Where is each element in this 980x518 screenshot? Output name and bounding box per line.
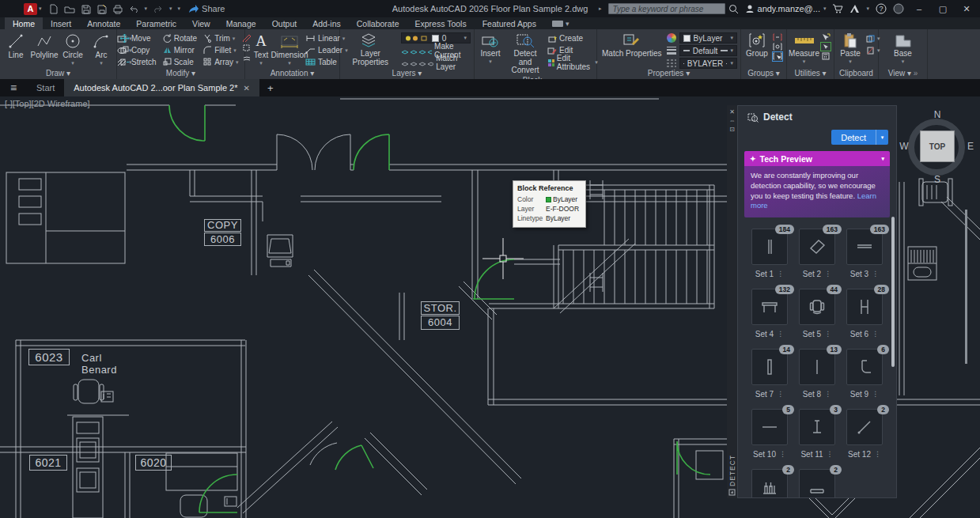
set-card-diagonal-line-icon[interactable]: 2 — [846, 409, 883, 445]
measure-button[interactable]: Measure▾ — [790, 32, 818, 65]
new-file-icon[interactable] — [48, 4, 59, 14]
set-card-horizontal-line-icon[interactable]: 5 — [751, 409, 788, 445]
set-card-chair-icon[interactable]: 44 — [799, 289, 835, 325]
tech-preview-collapse-icon[interactable]: ▾ — [881, 156, 884, 162]
layer-properties-button[interactable]: Layer Properties — [343, 32, 398, 67]
set-card-vertical-rectangle-icon[interactable]: 14 — [751, 349, 788, 385]
set-options-kebab-icon[interactable]: ⋮ — [824, 270, 831, 278]
set-card-double-horizontal-line-icon[interactable]: 163 — [846, 229, 883, 265]
undo-icon[interactable] — [128, 4, 139, 13]
base-button[interactable]: Base▾ — [891, 32, 916, 65]
viewcube[interactable]: N W E S TOP — [906, 111, 968, 188]
ribbon-tab-express-tools[interactable]: Express Tools — [407, 17, 474, 29]
help-icon[interactable]: ? — [876, 3, 887, 14]
dimension-button[interactable]: Dimension▾ — [277, 32, 302, 66]
line-button[interactable]: Line — [3, 32, 28, 61]
group-button[interactable]: Group — [744, 32, 770, 59]
set-options-kebab-icon[interactable]: ⋮ — [872, 330, 879, 338]
set-options-kebab-icon[interactable]: ⋮ — [777, 270, 784, 278]
cut-clip-icon[interactable]: ▾ — [866, 45, 880, 55]
panel-utilities-label[interactable]: Utilities ▾ — [787, 69, 834, 79]
set-card-rotated-rectangle-icon[interactable]: 163 — [799, 229, 835, 265]
polyline-button[interactable]: Polyline — [32, 32, 57, 61]
set-options-kebab-icon[interactable]: ⋮ — [872, 390, 879, 398]
save-as-icon[interactable] — [96, 4, 107, 14]
plot-icon[interactable] — [112, 4, 123, 14]
redo-icon[interactable] — [153, 4, 164, 13]
object-color-dropdown[interactable]: ByLayer▾ — [679, 32, 737, 43]
set-card-i-beam-icon[interactable]: 3 — [799, 409, 835, 445]
set-card-vertical-line-icon[interactable]: 13 — [799, 349, 835, 385]
panel-groups-label[interactable]: Groups ▾ — [741, 69, 786, 79]
array-button[interactable]: Array▾ — [203, 57, 238, 67]
workspace-switch-button[interactable]: ▾ — [552, 17, 569, 29]
ribbon-tab-insert[interactable]: Insert — [43, 17, 79, 29]
set-options-kebab-icon[interactable]: ⋮ — [874, 450, 881, 458]
quick-calc-icon[interactable] — [821, 43, 831, 51]
rotate-button[interactable]: Rotate — [163, 33, 197, 43]
lineweight-dropdown[interactable]: Default▾ — [679, 45, 737, 56]
search-input[interactable] — [608, 3, 725, 14]
close-button[interactable]: ✕ — [958, 4, 975, 14]
create-block-button[interactable]: Create — [547, 33, 598, 43]
group-edit-icon[interactable] — [773, 43, 782, 51]
palette-side-tab[interactable]: DETECT — [728, 455, 736, 496]
viewcube-top-face[interactable]: TOP — [920, 130, 955, 162]
set-card-low-bar-icon[interactable]: 2 — [799, 469, 835, 498]
restore-button[interactable]: ▢ — [934, 4, 952, 14]
cart-icon[interactable] — [832, 4, 843, 13]
new-tab-button[interactable]: + — [259, 79, 282, 96]
set-options-kebab-icon[interactable]: ⋮ — [777, 330, 784, 338]
set-card-hatch-detail-icon[interactable]: 2 — [751, 469, 788, 498]
set-options-kebab-icon[interactable]: ⋮ — [777, 390, 784, 398]
move-button[interactable]: Move — [120, 33, 157, 43]
set-options-kebab-icon[interactable]: ⋮ — [779, 450, 786, 458]
user-account-menu[interactable]: andy.manze@... ▾ — [745, 4, 827, 13]
autodesk-caret-icon[interactable]: ▾ — [866, 6, 869, 12]
insert-button[interactable]: Insert▾ — [478, 32, 503, 65]
tab-close-icon[interactable]: ✕ — [244, 84, 250, 93]
detect-and-convert-button[interactable]: Detect and Convert — [506, 32, 544, 76]
set-options-kebab-icon[interactable]: ⋮ — [824, 330, 831, 338]
ribbon-tab-parametric[interactable]: Parametric — [128, 17, 184, 29]
fillet-button[interactable]: Fillet▾ — [203, 45, 238, 55]
copy-button[interactable]: Copy — [120, 45, 157, 55]
autocad-logo[interactable]: A — [24, 3, 37, 15]
tab-active-drawing[interactable]: Autodesk AutoCAD 2...oor Plan Sample 2* … — [64, 79, 259, 96]
ribbon-tab-add-ins[interactable]: Add-ins — [305, 17, 349, 29]
set-options-kebab-icon[interactable]: ⋮ — [824, 390, 831, 398]
logo-caret-icon[interactable]: ▾ — [39, 6, 42, 12]
detect-button-dropdown[interactable]: ▾ — [876, 130, 888, 145]
redo-caret-icon[interactable]: ▾ — [169, 6, 172, 12]
edit-attributes-button[interactable]: Edit Attributes▾ — [547, 57, 598, 67]
panel-layers-label[interactable]: Layers ▾ — [340, 69, 474, 79]
ribbon-tab-annotate[interactable]: Annotate — [79, 17, 128, 29]
set-options-kebab-icon[interactable]: ⋮ — [827, 450, 834, 458]
text-button[interactable]: A Text▾ — [248, 32, 274, 66]
set-options-kebab-icon[interactable]: ⋮ — [872, 270, 879, 278]
panel-modify-label[interactable]: Modify ▾ — [117, 69, 244, 79]
compass-east[interactable]: E — [965, 141, 976, 152]
ribbon-tab-output[interactable]: Output — [264, 17, 305, 29]
palette-properties-icon[interactable]: ⊡ — [729, 125, 735, 134]
search-collapse-icon[interactable]: ▸ — [599, 6, 602, 12]
calculator-icon[interactable] — [821, 52, 831, 60]
circle-button[interactable]: Circle▾ — [60, 32, 85, 66]
set-card-desk-icon[interactable]: 132 — [751, 289, 788, 325]
share-button[interactable]: Share — [188, 4, 225, 13]
qat-customize-caret-icon[interactable]: ▾ — [178, 6, 181, 12]
palette-autohide-icon[interactable]: ⇔ — [729, 116, 736, 125]
ribbon-tab-manage[interactable]: Manage — [218, 17, 264, 29]
scale-button[interactable]: Scale — [163, 57, 197, 67]
hamburger-menu-icon[interactable]: ≡ — [0, 79, 27, 96]
compass-south[interactable]: S — [932, 174, 943, 185]
tech-preview-header[interactable]: ✦ Tech Preview ▾ — [744, 151, 890, 166]
ribbon-tab-featured-apps[interactable]: Featured Apps — [475, 17, 544, 29]
quick-select-icon[interactable] — [821, 33, 831, 41]
panel-scrollbar[interactable] — [891, 217, 895, 367]
arc-button[interactable]: Arc▾ — [89, 32, 114, 66]
compass-west[interactable]: W — [899, 141, 910, 152]
detect-button[interactable]: Detect — [831, 130, 876, 145]
ribbon-tab-home[interactable]: Home — [5, 17, 43, 29]
panel-draw-label[interactable]: Draw ▾ — [0, 69, 116, 79]
